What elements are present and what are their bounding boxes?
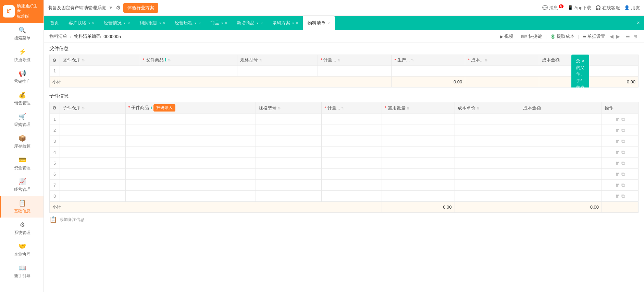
copy-icon[interactable]: ⧉ <box>621 138 625 144</box>
try-button[interactable]: 体验行业方案 <box>123 3 158 13</box>
child-cost-unit-cell-2[interactable] <box>455 125 520 136</box>
sys-dropdown-icon[interactable]: ▼ <box>109 5 113 10</box>
delete-icon[interactable]: 🗑 <box>615 149 620 155</box>
guide-icon: 📖 <box>18 264 26 272</box>
parent-info-table: ⚙ 父件仓库 ⇅ * 父件商品 ℹ ⇅ 规格型号 <box>49 55 639 87</box>
delete-icon[interactable]: 🗑 <box>615 116 620 122</box>
child-col-warehouse: 子件仓库 ⇅ <box>60 102 126 114</box>
tab-bom[interactable]: 物料清单 × <box>303 16 334 30</box>
delete-icon[interactable]: 🗑 <box>615 138 620 144</box>
close-icon[interactable]: × <box>327 21 330 25</box>
copy-icon[interactable]: ⧉ <box>621 182 625 188</box>
child-cost-amount-cell-1[interactable] <box>520 114 602 125</box>
parent-cost-cell[interactable] <box>465 66 539 77</box>
sidebar-item-sales[interactable]: 💰 销售管理 <box>0 88 44 109</box>
scan-button[interactable]: 扫码录入 <box>153 104 175 112</box>
tooltip-close-button[interactable]: × <box>582 58 584 65</box>
parent-col-settings[interactable]: ⚙ <box>50 55 60 66</box>
child-qty-cell-1[interactable] <box>382 114 455 125</box>
gear-icon[interactable]: ⚙ <box>116 4 121 11</box>
child-cost-amount-cell-2[interactable] <box>520 125 602 136</box>
app-download-button[interactable]: 📱 App下载 <box>568 5 591 11</box>
sidebar-item-system[interactable]: ⚙ 系统管理 <box>0 218 44 239</box>
close-icon[interactable]: × <box>260 21 262 25</box>
sidebar-item-purchase[interactable]: 🛒 采购管理 <box>0 109 44 131</box>
setting-icon: ☰ <box>582 34 586 39</box>
parent-production-cell[interactable] <box>391 66 465 77</box>
logo[interactable]: 好 畅捷通好生意 标准版 <box>0 0 44 23</box>
child-warehouse-cell-2[interactable] <box>60 125 126 136</box>
parent-goods-cell[interactable] <box>140 66 237 77</box>
tab-barcode[interactable]: 条码方案 ▾ × <box>268 16 303 30</box>
sidebar-item-search[interactable]: 🔍 搜索菜单 <box>0 23 44 45</box>
copy-icon[interactable]: ⧉ <box>621 149 625 155</box>
sidebar-item-operation[interactable]: 📈 经营管理 <box>0 174 44 196</box>
sidebar-item-guide[interactable]: 📖 新手引导 <box>0 261 44 282</box>
delete-icon[interactable]: 🗑 <box>615 160 620 166</box>
parent-spec-cell[interactable] <box>237 66 318 77</box>
copy-icon[interactable]: ⧉ <box>621 193 625 199</box>
child-unit-cell-2[interactable] <box>321 125 382 136</box>
close-icon[interactable]: × <box>296 21 298 25</box>
sidebar-item-enterprise[interactable]: 🤝 企业协同 <box>0 239 44 261</box>
close-icon[interactable]: × <box>92 21 94 25</box>
sidebar-item-inventory[interactable]: 📦 库存核算 <box>0 131 44 153</box>
copy-icon[interactable]: ⧉ <box>621 171 625 177</box>
child-spec-cell-2[interactable] <box>256 125 322 136</box>
child-goods-cell-2[interactable] <box>125 125 256 136</box>
tab-customer[interactable]: 客户联络 ▾ × <box>64 16 99 30</box>
message-badge: 6 <box>559 4 564 8</box>
service-icon: 🎧 <box>595 5 601 10</box>
sidebar-item-basic-info[interactable]: 📋 基础信息 <box>0 196 44 218</box>
grid-view-button[interactable]: ⊞ <box>632 33 639 40</box>
close-icon[interactable]: × <box>225 21 227 25</box>
tab-history[interactable]: 经营历程 ▾ × <box>170 16 205 30</box>
shortcut-action[interactable]: ⌨ 快捷键 <box>521 33 542 39</box>
breadcrumb-bom[interactable]: 物料清单 <box>49 33 67 39</box>
tab-new-goods[interactable]: 新增商品 ▾ × <box>232 16 267 30</box>
tab-goods[interactable]: 商品 ▾ × <box>206 16 232 30</box>
sidebar-item-marketing[interactable]: 📢 营销推广 <box>0 66 44 88</box>
prev-arrow-button[interactable]: ◀ <box>609 33 615 40</box>
parent-warehouse-cell[interactable] <box>60 66 140 77</box>
tab-profit[interactable]: 利润报告 ▾ × <box>135 16 170 30</box>
goods-info-icon[interactable]: ℹ <box>165 57 166 62</box>
message-button[interactable]: 💬 消息 6 <box>542 5 564 11</box>
delete-icon[interactable]: 🗑 <box>615 182 620 188</box>
delete-icon[interactable]: 🗑 <box>615 193 620 199</box>
close-all-tabs-button[interactable]: × <box>634 20 643 26</box>
child-unit-cell-1[interactable] <box>321 114 382 125</box>
extract-cost-action[interactable]: 💲 提取成本 <box>550 33 574 39</box>
parent-unit-cell[interactable] <box>318 66 391 77</box>
child-cost-unit-cell-1[interactable] <box>455 114 520 125</box>
child-qty-cell-2[interactable] <box>382 125 455 136</box>
list-view-button[interactable]: ☰ <box>624 33 631 40</box>
single-setting-action[interactable]: ☰ 单据设置 <box>582 33 605 39</box>
view-action[interactable]: ▶ 视频 <box>500 33 513 39</box>
tab-operation[interactable]: 经营情况 ▾ × <box>99 16 134 30</box>
sidebar-item-quick-nav[interactable]: ⚡ 快捷导航 <box>0 45 44 66</box>
sales-icon: 💰 <box>18 91 26 99</box>
child-warehouse-cell-1[interactable] <box>60 114 126 125</box>
close-icon[interactable]: × <box>163 21 165 25</box>
sidebar-item-finance[interactable]: 💳 资金管理 <box>0 153 44 174</box>
copy-icon[interactable]: ⧉ <box>621 127 625 133</box>
copy-icon[interactable]: ⧉ <box>621 116 625 122</box>
child-goods-cell-1[interactable] <box>125 114 256 125</box>
online-service-button[interactable]: 🎧 在线客服 <box>595 5 620 11</box>
delete-icon[interactable]: 🗑 <box>615 171 620 177</box>
next-arrow-button[interactable]: ▶ <box>615 33 621 40</box>
parent-info-header: 父件信息 <box>44 43 644 55</box>
logo-text: 畅捷通好生意 标准版 <box>17 3 41 20</box>
delete-icon[interactable]: 🗑 <box>615 127 620 133</box>
user-button[interactable]: 👤 用友 <box>624 5 640 11</box>
close-icon[interactable]: × <box>198 21 200 25</box>
child-spec-cell-1[interactable] <box>256 114 322 125</box>
tab-home[interactable]: 首页 <box>45 16 64 30</box>
close-icon[interactable]: × <box>127 21 129 25</box>
nav-arrows: ◀ ▶ <box>609 33 621 40</box>
copy-icon[interactable]: ⧉ <box>621 160 625 166</box>
child-goods-info-icon[interactable]: ℹ <box>150 105 152 110</box>
child-col-settings[interactable]: ⚙ <box>50 102 60 114</box>
footer-text[interactable]: 添加备注信息 <box>60 217 84 223</box>
